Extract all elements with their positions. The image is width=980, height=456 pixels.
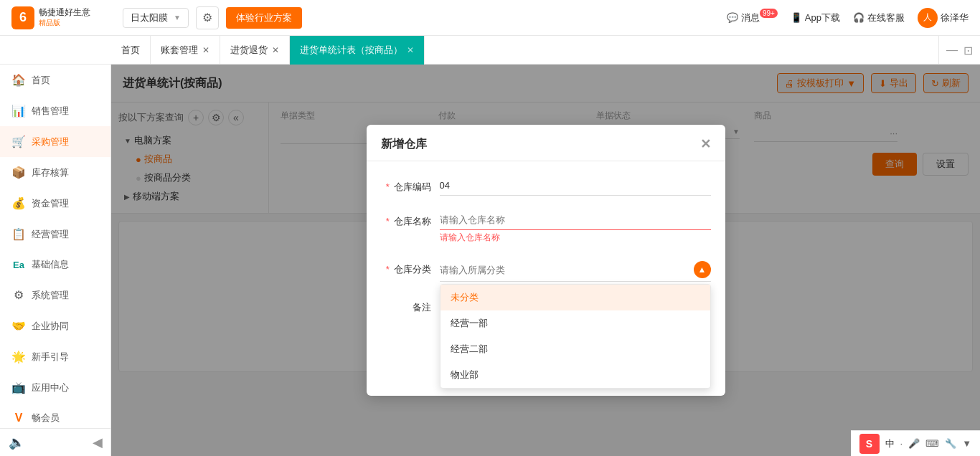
sidebar-item-inventory[interactable]: 📦 库存核算	[0, 157, 110, 188]
accounts-tab-close-icon[interactable]: ✕	[202, 45, 209, 55]
enterprise-icon: 🤝	[11, 319, 26, 333]
sidebar-item-home[interactable]: 🏠 首页	[0, 65, 110, 95]
bottom-mic-icon[interactable]: 🎤	[908, 438, 920, 449]
store-name: 日太阳膜	[131, 11, 168, 24]
trial-button[interactable]: 体验行业方案	[226, 7, 302, 29]
category-input[interactable]	[440, 265, 694, 275]
sales-icon: 📊	[11, 104, 26, 118]
accounts-tab-label: 账套管理	[161, 44, 198, 57]
modal-title: 新增仓库	[381, 137, 427, 152]
sidebar-item-finance[interactable]: 💰 资金管理	[0, 188, 110, 219]
name-field-row: * 仓库名称 请输入仓库名称	[381, 210, 711, 244]
dropdown-item-dept2[interactable]: 经营二部	[440, 336, 710, 362]
purchase-icon: 🛒	[11, 135, 26, 148]
sidebar-item-base-info[interactable]: Ea 基础信息	[0, 250, 110, 280]
settings-icon[interactable]: ⚙	[196, 6, 219, 29]
bottom-bar: S 中 · 🎤 ⌨ 🔧 ▼	[851, 430, 981, 456]
system-icon: ⚙	[11, 288, 26, 302]
tab-minimize-icon[interactable]: —	[946, 44, 958, 57]
newbie-icon: 🌟	[11, 350, 26, 364]
sidebar: 🏠 首页 📊 销售管理 🛒 采购管理 📦 库存核算 💰 资金管理 📋 经营管理 …	[0, 65, 111, 456]
user-avatar: 人	[918, 8, 938, 28]
purchase-stats-close-icon[interactable]: ✕	[407, 45, 414, 55]
modal-header: 新增仓库 ✕	[367, 125, 725, 161]
sidebar-membership-label: 畅会员	[32, 412, 60, 424]
category-arrow-icon[interactable]: ▲	[694, 261, 711, 278]
tab-bar: 首页 账套管理 ✕ 进货退货 ✕ 进货单统计表（按商品） ✕ — ⊡	[0, 36, 980, 65]
collapse-arrow-icon: ◀	[93, 434, 103, 450]
modal-new-warehouse: 新增仓库 ✕ * 仓库编码	[367, 125, 725, 396]
category-field-row: * 仓库分类 ▲ 未分类 经营一部 经	[381, 258, 711, 282]
app-download-item[interactable]: 📱 App下载	[791, 11, 840, 24]
tab-home[interactable]: 首页	[111, 36, 151, 65]
online-service-item[interactable]: 🎧 在线客服	[853, 11, 905, 24]
logo-text-block: 畅捷通好生意 精品版	[39, 7, 90, 29]
modal-body: * 仓库编码 * 仓库名称	[367, 161, 725, 351]
sidebar-base-info-label: 基础信息	[32, 258, 69, 271]
bottom-keyboard-icon[interactable]: ⌨	[925, 438, 939, 449]
tab-accounts[interactable]: 账套管理 ✕	[151, 36, 220, 65]
user-item[interactable]: 人 徐泽华	[918, 8, 969, 28]
name-error-message: 请输入仓库名称	[440, 232, 711, 244]
sidebar-system-label: 系统管理	[32, 289, 69, 302]
phone-icon: 📱	[791, 12, 802, 23]
logo-area: 6 畅捷通好生意 精品版	[11, 6, 123, 29]
header-mid: 日太阳膜 ▼ ⚙ 体验行业方案	[123, 6, 727, 29]
online-service-label: 在线客服	[867, 11, 905, 24]
sidebar-item-enterprise[interactable]: 🤝 企业协同	[0, 310, 110, 341]
membership-icon: V	[11, 412, 26, 424]
operations-icon: 📋	[11, 227, 26, 241]
home-icon: 🏠	[11, 73, 26, 87]
bottom-settings-icon[interactable]: 🔧	[945, 438, 956, 449]
purchase-return-close-icon[interactable]: ✕	[272, 45, 279, 55]
sidebar-home-label: 首页	[32, 74, 50, 87]
code-label: * 仓库编码	[381, 176, 431, 194]
sidebar-operations-label: 经营管理	[32, 228, 69, 241]
messages-item[interactable]: 💬 消息 99+	[727, 11, 778, 24]
sidebar-item-newbie[interactable]: 🌟 新手引导	[0, 341, 110, 372]
main-layout: 🏠 首页 📊 销售管理 🛒 采购管理 📦 库存核算 💰 资金管理 📋 经营管理 …	[0, 65, 980, 456]
store-select[interactable]: 日太阳膜 ▼	[123, 8, 189, 28]
tab-purchase-stats[interactable]: 进货单统计表（按商品） ✕	[290, 36, 425, 65]
finance-icon: 💰	[11, 196, 26, 210]
category-dropdown: 未分类 经营一部 经营二部 物业部	[440, 284, 711, 389]
sidebar-sales-label: 销售管理	[32, 105, 69, 118]
sidebar-item-app-center[interactable]: 📺 应用中心	[0, 372, 110, 403]
bottom-arrow-icon[interactable]: ▼	[962, 438, 971, 449]
category-label: * 仓库分类	[381, 258, 431, 276]
messages-label: 消息	[741, 11, 760, 24]
code-input-wrap	[440, 176, 711, 196]
sidebar-inventory-label: 库存核算	[32, 166, 69, 179]
sidebar-newbie-label: 新手引导	[32, 351, 69, 364]
modal-overlay[interactable]: 新增仓库 ✕ * 仓库编码	[111, 65, 980, 456]
logo-icon: 6	[11, 6, 34, 29]
sidebar-item-operations[interactable]: 📋 经营管理	[0, 219, 110, 250]
sidebar-collapse[interactable]: 🔈 ◀	[0, 428, 111, 456]
modal-close-button[interactable]: ✕	[700, 136, 711, 152]
sidebar-item-sales[interactable]: 📊 销售管理	[0, 95, 110, 126]
purchase-return-tab-label: 进货退货	[230, 44, 268, 57]
purchase-stats-tab-label: 进货单统计表（按商品）	[300, 44, 402, 57]
top-header: 6 畅捷通好生意 精品版 日太阳膜 ▼ ⚙ 体验行业方案 💬 消息 99+ 📱 …	[0, 0, 980, 36]
headset-icon: 🎧	[853, 12, 864, 23]
inventory-icon: 📦	[11, 166, 26, 179]
tab-purchase-return[interactable]: 进货退货 ✕	[220, 36, 290, 65]
code-input[interactable]	[440, 176, 711, 196]
category-input-row: ▲	[440, 258, 711, 282]
bottom-lang-icon[interactable]: 中	[885, 437, 895, 450]
sidebar-item-system[interactable]: ⚙ 系统管理	[0, 280, 110, 310]
dropdown-item-uncategorized[interactable]: 未分类	[440, 285, 710, 310]
sidebar-enterprise-label: 企业协同	[32, 320, 69, 333]
tab-expand-icon[interactable]: ⊡	[963, 44, 973, 57]
name-input-wrap: 请输入仓库名称	[440, 210, 711, 244]
dropdown-item-property[interactable]: 物业部	[440, 362, 710, 388]
collapse-icon: 🔈	[9, 434, 24, 450]
username-label: 徐泽华	[941, 11, 969, 24]
sidebar-item-purchase[interactable]: 🛒 采购管理	[0, 126, 110, 157]
base-info-icon: Ea	[11, 260, 26, 270]
dropdown-item-dept1[interactable]: 经营一部	[440, 310, 710, 336]
app-center-icon: 📺	[11, 381, 26, 394]
name-input[interactable]	[440, 210, 711, 230]
code-field-row: * 仓库编码	[381, 176, 711, 196]
tab-bar-controls: — ⊡	[938, 36, 980, 65]
